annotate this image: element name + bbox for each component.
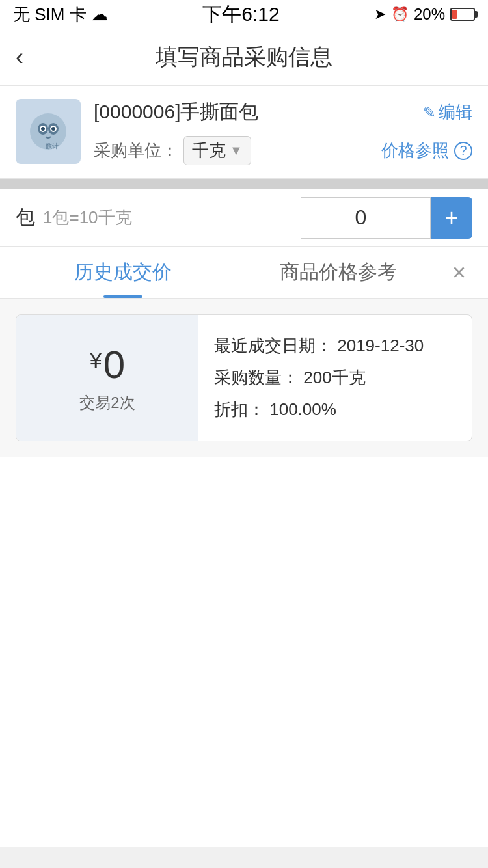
product-thumbnail: 数计	[16, 99, 81, 164]
product-details: [0000006]手撕面包 ✎ 编辑 采购单位： 千克 ▼ 价格参照 ?	[94, 99, 472, 165]
recent-date-row: 最近成交日期： 2019-12-30	[214, 334, 456, 357]
tab-product-price-ref[interactable]: 商品价格参考	[230, 247, 445, 298]
price-trades-count: 交易2次	[79, 392, 135, 413]
status-bar: 无 SIM 卡 ☁ 下午6:12 ➤ ⏰ 20%	[0, 0, 488, 29]
price-ref-label: 价格参照	[381, 139, 449, 162]
product-name: [0000006]手撕面包	[94, 99, 258, 126]
battery-percent: 20%	[414, 5, 445, 23]
nav-bar: ‹ 填写商品采购信息	[0, 29, 488, 86]
price-ref-info-icon: ?	[454, 142, 472, 160]
battery-icon	[450, 8, 475, 21]
recent-date-value: 2019-12-30	[337, 336, 424, 355]
product-name-row: [0000006]手撕面包 ✎ 编辑	[94, 99, 472, 126]
quantity-input-group: +	[301, 197, 472, 239]
edit-button[interactable]: ✎ 编辑	[423, 101, 472, 124]
price-card: ¥ 0 交易2次 最近成交日期： 2019-12-30 采购数量： 200千克 …	[16, 314, 472, 441]
tab-product-price-ref-label: 商品价格参考	[280, 259, 397, 286]
content-area: 数计 [0000006]手撕面包 ✎ 编辑 采购单位： 千克 ▼	[0, 86, 488, 847]
purchase-unit-row: 采购单位： 千克 ▼ 价格参照 ?	[94, 136, 472, 165]
back-button[interactable]: ‹	[16, 44, 23, 71]
bottom-area	[0, 457, 488, 847]
tab-history-price-label: 历史成交价	[74, 259, 172, 286]
product-info-section: 数计 [0000006]手撕面包 ✎ 编辑 采购单位： 千克 ▼	[0, 86, 488, 179]
page-title: 填写商品采购信息	[156, 42, 332, 72]
dropdown-arrow-icon: ▼	[230, 143, 243, 158]
tab-close-button[interactable]: ×	[446, 259, 472, 286]
status-right: ➤ ⏰ 20%	[374, 5, 475, 23]
quantity-row: 包 1包=10千克 +	[0, 189, 488, 247]
status-time: 下午6:12	[202, 1, 279, 28]
unit-label: 包	[16, 204, 35, 231]
svg-point-5	[41, 127, 45, 131]
recent-date-label: 最近成交日期：	[214, 336, 332, 355]
price-card-left: ¥ 0 交易2次	[16, 315, 198, 441]
edit-icon: ✎	[423, 103, 436, 122]
price-display: ¥ 0	[90, 342, 125, 387]
purchase-qty-value: 200千克	[303, 368, 365, 387]
status-left: 无 SIM 卡 ☁	[13, 3, 108, 26]
price-card-right: 最近成交日期： 2019-12-30 采购数量： 200千克 折扣： 100.0…	[198, 315, 472, 441]
unit-info: 包 1包=10千克	[16, 204, 132, 231]
unit-conversion-label: 1包=10千克	[43, 206, 132, 229]
discount-row: 折扣： 100.00%	[214, 398, 456, 421]
location-icon: ➤	[374, 6, 386, 23]
purchase-unit-label: 采购单位：	[94, 139, 178, 162]
alarm-icon: ⏰	[391, 6, 409, 23]
purchase-qty-row: 采购数量： 200千克	[214, 366, 456, 389]
quantity-input[interactable]	[301, 197, 431, 239]
product-logo-icon: 数计	[29, 112, 68, 151]
quantity-plus-button[interactable]: +	[431, 197, 472, 239]
tab-bar: 历史成交价 商品价格参考 ×	[0, 247, 488, 299]
discount-label: 折扣：	[214, 400, 265, 419]
edit-label: 编辑	[439, 101, 472, 124]
discount-value: 100.00%	[269, 400, 336, 419]
tab-active-indicator	[103, 295, 142, 298]
tab-history-price[interactable]: 历史成交价	[16, 247, 230, 298]
sim-signal-text: 无 SIM 卡 ☁	[13, 3, 108, 26]
price-currency-symbol: ¥	[90, 347, 102, 373]
price-reference-button[interactable]: 价格参照 ?	[381, 139, 472, 162]
svg-point-6	[51, 127, 55, 131]
svg-text:数计: 数计	[46, 142, 59, 150]
price-amount: 0	[103, 342, 125, 387]
unit-select-dropdown[interactable]: 千克 ▼	[183, 136, 251, 165]
section-divider	[0, 179, 488, 189]
price-card-section: ¥ 0 交易2次 最近成交日期： 2019-12-30 采购数量： 200千克 …	[0, 299, 488, 457]
unit-value: 千克	[192, 139, 226, 162]
purchase-qty-label: 采购数量：	[214, 368, 299, 387]
